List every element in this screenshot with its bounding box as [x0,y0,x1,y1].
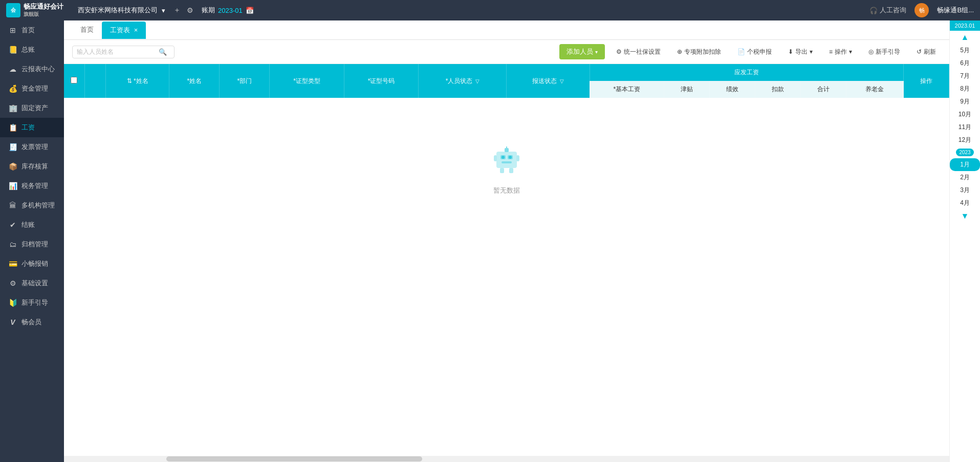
month-7[interactable]: 7月 [950,70,980,82]
inventory-icon: 📦 [8,162,17,171]
logo-main-text: 畅应通好会计 [24,3,63,11]
th-base-salary: *基本工资 [590,81,664,98]
sidebar-item-cloud-report[interactable]: ☁ 云报表中心 [0,59,64,79]
logo-icon: 会 [6,3,20,17]
th-department: *姓名 [169,64,220,98]
search-input[interactable] [77,48,159,55]
settle-icon: ✔ [8,221,17,229]
sidebar-item-home[interactable]: ⊞ 首页 [0,20,64,40]
settings-sidebar-icon: ⚙ [8,279,17,287]
month-1[interactable]: 1月 [950,158,980,171]
empty-state: 暂无数据 [64,98,949,236]
period-label: 账期 [202,6,215,15]
company-dropdown-btn[interactable]: ▾ [162,7,165,14]
date-panel-next[interactable]: ▼ [959,209,971,223]
operation-icon: ≡ [829,48,833,55]
th-checkbox[interactable] [64,64,84,98]
tab-bar: 首页 工资表 × [64,20,949,40]
month-5[interactable]: 5月 [950,44,980,57]
sidebar-item-fund[interactable]: 💰 资金管理 [0,79,64,98]
special-deduction-label: 专项附加扣除 [684,48,721,56]
horizontal-scrollbar[interactable] [64,456,949,462]
special-deduction-button[interactable]: ⊕ 专项附加扣除 [672,45,726,59]
month-8[interactable]: 8月 [950,82,980,95]
sidebar-item-invoice[interactable]: 🧾 发票管理 [0,137,64,157]
month-3[interactable]: 3月 [950,184,980,197]
svg-rect-9 [509,168,513,173]
tab-payroll-table[interactable]: 工资表 × [102,22,146,39]
month-6[interactable]: 6月 [950,57,980,70]
sidebar-item-expense[interactable]: 💳 小畅报销 [0,254,64,274]
user-avatar[interactable]: 畅 [914,3,929,17]
operation-button[interactable]: ≡ 操作 ▾ [824,45,857,59]
sidebar-label-settle: 结账 [21,220,35,229]
sidebar-label-settings: 基础设置 [21,279,48,288]
guide-button[interactable]: ◎ 新手引导 [863,45,905,59]
tax-declaration-icon: 📄 [737,48,745,55]
user-label: 畅缘通B组... [937,6,974,15]
tax-declaration-button[interactable]: 📄 个税申报 [732,45,777,59]
select-all-checkbox[interactable] [71,77,77,83]
svg-rect-8 [500,168,504,173]
add-person-button[interactable]: 添加人员 ▾ [559,44,605,59]
table-container: ⇅ *姓名 *姓名 *部门 *证型类型 *证型号码 *人员状态 ▽ 报送状态 ▽… [64,64,949,456]
settings-icon[interactable]: ⚙ [187,6,193,14]
service-button[interactable]: 🎧 人工咨询 [869,6,906,15]
search-icon: 🔍 [159,48,167,56]
month-12[interactable]: 12月 [950,134,980,146]
company-selector[interactable]: 西安虾米网络科技有限公司 ▾ [78,6,165,15]
cloud-icon: ☁ [8,65,17,73]
sidebar-item-settings[interactable]: ⚙ 基础设置 [0,274,64,293]
refresh-button[interactable]: ↺ 刷新 [911,45,941,59]
empty-icon [486,139,527,180]
sidebar-label-member: 畅会员 [21,318,41,327]
tab-home[interactable]: 首页 [72,21,102,39]
export-button[interactable]: ⬇ 导出 ▾ [783,45,818,59]
sidebar-label-tax: 税务管理 [21,181,48,191]
month-10[interactable]: 10月 [950,108,980,121]
sidebar-item-inventory[interactable]: 📦 库存核算 [0,157,64,176]
month-11[interactable]: 11月 [950,121,980,134]
sidebar-item-member[interactable]: V 畅会员 [0,312,64,332]
export-chevron: ▾ [810,48,813,55]
empty-text: 暂无数据 [493,186,520,195]
invoice-icon: 🧾 [8,143,17,151]
add-icon[interactable]: ＋ [173,6,181,15]
fund-icon: 💰 [8,85,17,93]
sidebar-item-payroll[interactable]: 📋 工资 [0,118,64,137]
multi-org-icon: 🏛 [8,201,17,209]
th-employee-id [84,64,105,98]
scrollbar-thumb[interactable] [166,456,422,461]
toolbar: 🔍 添加人员 ▾ ⚙ 统一社保设置 ⊕ 专项附加扣除 📄 个税申报 ⬇ [64,40,949,64]
payroll-icon: 📋 [8,123,17,132]
svg-point-10 [502,156,505,159]
service-label: 人工咨询 [880,6,906,15]
th-status: *人员状态 ▽ [419,64,507,98]
guide-icon: 🔰 [8,299,17,307]
header-actions: ＋ ⚙ [173,6,193,15]
th-allowance: 津贴 [664,81,710,98]
sidebar-item-settle[interactable]: ✔ 结账 [0,215,64,235]
sidebar-label-archive: 归档管理 [21,240,48,249]
export-label: 导出 [795,48,808,56]
add-person-chevron: ▾ [595,49,598,55]
tax-icon: 📊 [8,182,17,190]
th-total: 合计 [800,81,846,98]
calendar-icon[interactable]: 📅 [246,7,254,14]
svg-rect-3 [502,161,512,163]
add-person-label: 添加人员 [567,47,593,56]
month-4[interactable]: 4月 [950,197,980,209]
month-9[interactable]: 9月 [950,95,980,108]
sidebar-item-archive[interactable]: 🗂 归档管理 [0,235,64,254]
social-security-button[interactable]: ⚙ 统一社保设置 [611,45,666,59]
date-panel-prev[interactable]: ▲ [959,31,971,44]
sidebar-item-fixed-assets[interactable]: 🏢 固定资产 [0,98,64,118]
th-performance: 绩效 [710,81,755,98]
month-2[interactable]: 2月 [950,171,980,184]
sidebar-item-guide[interactable]: 🔰 新手引导 [0,293,64,312]
tab-close-icon[interactable]: × [134,26,138,34]
sidebar-item-multi-org[interactable]: 🏛 多机构管理 [0,196,64,215]
sidebar-item-ledger[interactable]: 📒 总账 [0,40,64,59]
sidebar-item-tax[interactable]: 📊 税务管理 [0,176,64,196]
period-value: 2023-01 [218,7,243,14]
